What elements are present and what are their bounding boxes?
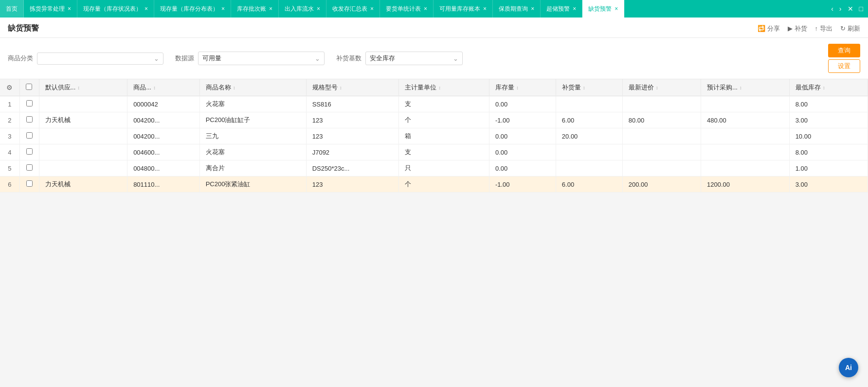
row-product-code: 004200... bbox=[127, 112, 200, 128]
row-est-purchase: 480.00 bbox=[701, 112, 790, 128]
chevron-down-icon: ⌄ bbox=[453, 55, 458, 62]
row-supplier: 力天机械 bbox=[39, 176, 127, 193]
tab-shortage[interactable]: 缺货预警 × bbox=[582, 0, 624, 18]
row-latest-price: 200.00 bbox=[622, 176, 701, 193]
query-button[interactable]: 查询 bbox=[828, 44, 860, 57]
row-product-name: 火花塞 bbox=[199, 144, 306, 160]
close-icon[interactable]: × bbox=[573, 5, 576, 12]
row-est-purchase bbox=[701, 160, 790, 176]
tab-receive-summary[interactable]: 收发存汇总表 × bbox=[326, 0, 380, 18]
close-icon[interactable]: × bbox=[269, 5, 272, 12]
row-supplement bbox=[556, 160, 622, 176]
table-row: 3 004200... 三九 123 箱 0.00 20.00 10.00 bbox=[0, 128, 868, 144]
row-checkbox[interactable] bbox=[26, 100, 33, 106]
row-checkbox[interactable] bbox=[26, 148, 33, 155]
row-stock: -1.00 bbox=[489, 176, 556, 193]
tab-stock-dist[interactable]: 现存量（库存分布表） × bbox=[154, 0, 231, 18]
sort-icon[interactable]: ↕ bbox=[153, 85, 156, 90]
supplement-base-select[interactable]: 安全库存 ⌄ bbox=[365, 52, 463, 65]
row-product-code: 801110... bbox=[127, 176, 200, 193]
datasource-select[interactable]: 可用量 ⌄ bbox=[198, 52, 325, 65]
tab-home[interactable]: 首页 bbox=[0, 0, 24, 18]
row-est-purchase: 1200.00 bbox=[701, 176, 790, 193]
datasource-filter-group: 数据源 可用量 ⌄ bbox=[175, 52, 325, 65]
close-icon[interactable]: × bbox=[221, 5, 225, 12]
tab-order-stats[interactable]: 要货单统计表 × bbox=[380, 0, 434, 18]
supplement-base-label: 补货基数 bbox=[336, 54, 362, 63]
close-icon[interactable]: × bbox=[424, 5, 427, 12]
nav-next-icon[interactable]: › bbox=[836, 4, 845, 14]
sort-icon[interactable]: ↕ bbox=[583, 85, 585, 90]
sort-icon[interactable]: ↕ bbox=[340, 85, 342, 90]
sort-icon[interactable]: ↕ bbox=[438, 85, 441, 90]
close-icon[interactable]: × bbox=[68, 5, 71, 12]
category-select[interactable]: ⌄ bbox=[37, 53, 163, 65]
tab-expiry[interactable]: 保质期查询 × bbox=[493, 0, 541, 18]
row-est-purchase bbox=[701, 144, 790, 160]
row-product-code: 004600... bbox=[127, 144, 200, 160]
row-checkbox-cell bbox=[19, 112, 39, 128]
close-icon[interactable]: × bbox=[370, 5, 374, 12]
tab-picking[interactable]: 拣货异常处理 × bbox=[24, 0, 77, 18]
row-supplement bbox=[556, 96, 622, 112]
row-min-stock: 1.00 bbox=[789, 160, 868, 176]
row-supplier: 力天机械 bbox=[39, 112, 127, 128]
nav-prev-icon[interactable]: ‹ bbox=[828, 4, 836, 14]
table-row: 6 力天机械 801110... PC200张紧油缸 123 个 -1.00 6… bbox=[0, 176, 868, 193]
th-supplier: 默认供应... ↕ bbox=[39, 79, 127, 96]
row-number: 2 bbox=[0, 112, 19, 128]
th-settings[interactable]: ⚙ bbox=[0, 79, 19, 96]
sort-icon[interactable]: ↕ bbox=[740, 85, 742, 90]
sort-icon[interactable]: ↕ bbox=[823, 85, 825, 90]
row-checkbox[interactable] bbox=[26, 180, 33, 187]
row-est-purchase bbox=[701, 128, 790, 144]
nav-expand-icon[interactable]: □ bbox=[856, 4, 866, 14]
close-icon[interactable]: × bbox=[531, 5, 534, 12]
row-checkbox[interactable] bbox=[26, 116, 33, 123]
row-spec: SS816 bbox=[306, 96, 399, 112]
sort-icon[interactable]: ↕ bbox=[516, 85, 519, 90]
close-icon[interactable]: × bbox=[145, 5, 148, 12]
close-icon[interactable]: × bbox=[317, 5, 320, 12]
sort-icon[interactable]: ↕ bbox=[77, 85, 80, 90]
row-product-name: 三九 bbox=[199, 128, 306, 144]
tab-stock-status[interactable]: 现存量（库存状况表） × bbox=[77, 0, 154, 18]
row-product-name: PC200油缸缸子 bbox=[199, 112, 306, 128]
th-min-stock: 最低库存 ↕ bbox=[789, 79, 868, 96]
export-button[interactable]: ↑ 导出 bbox=[815, 24, 833, 33]
close-icon[interactable]: × bbox=[483, 5, 487, 12]
select-all-checkbox[interactable] bbox=[26, 84, 32, 90]
row-stock: 0.00 bbox=[489, 96, 556, 112]
filter-actions: 查询 设置 bbox=[828, 44, 860, 73]
refresh-button[interactable]: ↻ 刷新 bbox=[840, 24, 860, 33]
sort-icon[interactable]: ↕ bbox=[233, 85, 235, 90]
close-icon[interactable]: × bbox=[615, 5, 618, 12]
row-number: 5 bbox=[0, 160, 19, 176]
supplement-icon: ▶ bbox=[788, 25, 793, 32]
row-checkbox[interactable] bbox=[26, 164, 33, 171]
th-product-code: 商品... ↕ bbox=[127, 79, 200, 96]
row-spec: 123 bbox=[306, 112, 399, 128]
row-stock: 0.00 bbox=[489, 128, 556, 144]
table-row: 1 0000042 火花塞 SS816 支 0.00 8.00 bbox=[0, 96, 868, 112]
export-icon: ↑ bbox=[815, 25, 818, 32]
row-checkbox-cell bbox=[19, 128, 39, 144]
gear-icon[interactable]: ⚙ bbox=[6, 84, 13, 91]
row-supplier bbox=[39, 144, 127, 160]
row-number: 4 bbox=[0, 144, 19, 160]
sort-icon[interactable]: ↕ bbox=[656, 85, 658, 90]
row-product-name: PC200张紧油缸 bbox=[199, 176, 306, 193]
tab-batch-account[interactable]: 库存批次账 × bbox=[231, 0, 279, 18]
tab-available-stock[interactable]: 可用量库存账本 × bbox=[434, 0, 493, 18]
tab-overstock[interactable]: 超储预警 × bbox=[541, 0, 582, 18]
tab-inout-flow[interactable]: 出入库流水 × bbox=[279, 0, 326, 18]
supplement-button[interactable]: ▶ 补货 bbox=[788, 24, 807, 33]
settings-button[interactable]: 设置 bbox=[828, 59, 860, 73]
category-filter-group: 商品分类 ⌄ bbox=[8, 53, 163, 65]
share-button[interactable]: 🔁 分享 bbox=[758, 24, 780, 33]
row-checkbox[interactable] bbox=[26, 132, 33, 139]
row-unit: 支 bbox=[399, 96, 489, 112]
row-spec: 123 bbox=[306, 128, 399, 144]
nav-close-icon[interactable]: ✕ bbox=[845, 4, 856, 14]
row-checkbox-cell bbox=[19, 176, 39, 193]
